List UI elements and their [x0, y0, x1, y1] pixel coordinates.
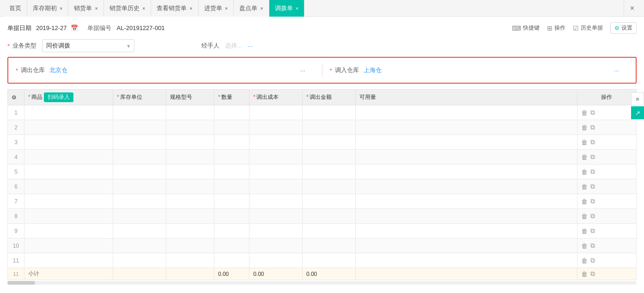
copy-icon[interactable]: ⧉ — [590, 227, 595, 235]
tab-sales-history[interactable]: 销货单历史 × — [104, 0, 151, 17]
cell-unit[interactable] — [113, 253, 166, 268]
delete-icon[interactable]: 🗑 — [581, 109, 588, 116]
cell-cost[interactable] — [249, 120, 303, 135]
cell-qty[interactable] — [214, 150, 249, 165]
tab-purchase-close[interactable]: × — [225, 6, 228, 11]
settings-button[interactable]: ⚙ 设置 — [610, 22, 637, 34]
cell-spec[interactable] — [166, 150, 214, 165]
cell-amount[interactable] — [302, 238, 355, 253]
history-button[interactable]: ☑ 历史单据 — [573, 24, 603, 32]
tab-inventory-init[interactable]: 库存期初 × — [27, 0, 68, 17]
tab-sales-history-close[interactable]: × — [142, 6, 145, 11]
cell-cost[interactable] — [249, 179, 303, 194]
cell-available[interactable] — [355, 105, 577, 120]
cell-amount[interactable] — [302, 150, 355, 165]
cell-unit[interactable] — [113, 135, 166, 150]
cell-spec[interactable] — [166, 179, 214, 194]
cell-available[interactable] — [355, 179, 577, 194]
cell-unit[interactable] — [113, 105, 166, 120]
target-warehouse-value[interactable]: 上海仓 — [364, 66, 382, 74]
cell-spec[interactable] — [166, 105, 214, 120]
cell-cost[interactable] — [249, 135, 303, 150]
tab-home[interactable]: 首页 — [4, 0, 27, 17]
cell-available[interactable] — [355, 253, 577, 268]
delete-icon[interactable]: 🗑 — [581, 168, 588, 176]
cell-available[interactable] — [355, 209, 577, 224]
cell-available[interactable] — [355, 150, 577, 165]
delete-icon[interactable]: 🗑 — [581, 139, 588, 146]
delete-icon[interactable]: 🗑 — [581, 153, 588, 161]
delete-icon[interactable]: 🗑 — [581, 257, 588, 264]
footer-copy-icon[interactable]: ⧉ — [590, 270, 595, 278]
cell-amount[interactable] — [302, 179, 355, 194]
target-warehouse-more-icon[interactable]: ··· — [614, 67, 628, 74]
delete-icon[interactable]: 🗑 — [581, 227, 588, 235]
tab-purchase[interactable]: 进货单 × — [199, 0, 234, 17]
cell-cost[interactable] — [249, 150, 303, 165]
cell-spec[interactable] — [166, 224, 214, 238]
cell-amount[interactable] — [302, 105, 355, 120]
cell-product[interactable] — [24, 165, 113, 179]
cell-product[interactable] — [24, 224, 113, 238]
source-warehouse-more-icon[interactable]: ··· — [300, 67, 315, 74]
copy-icon[interactable]: ⧉ — [590, 242, 595, 250]
scan-button[interactable]: 扫码录入 — [44, 92, 73, 102]
col-gear[interactable]: ⚙ — [8, 90, 24, 105]
delete-icon[interactable]: 🗑 — [581, 183, 588, 190]
calendar-icon[interactable]: 📅 — [71, 24, 78, 31]
biz-type-select[interactable]: 同价调拨 ▾ — [42, 39, 134, 52]
cell-unit[interactable] — [113, 179, 166, 194]
cell-amount[interactable] — [302, 224, 355, 238]
cell-product[interactable] — [24, 150, 113, 165]
delete-icon[interactable]: 🗑 — [581, 242, 588, 250]
cell-available[interactable] — [355, 224, 577, 238]
cell-unit[interactable] — [113, 194, 166, 209]
cell-qty[interactable] — [214, 194, 249, 209]
cell-qty[interactable] — [214, 209, 249, 224]
cell-product[interactable] — [24, 135, 113, 150]
cell-qty[interactable] — [214, 135, 249, 150]
copy-icon[interactable]: ⧉ — [590, 212, 595, 220]
copy-icon[interactable]: ⧉ — [590, 183, 595, 190]
float-list-icon[interactable]: ≡ — [631, 92, 644, 105]
tab-transfer-close[interactable]: × — [296, 6, 298, 11]
scrollbar-thumb[interactable] — [7, 281, 35, 285]
cell-unit[interactable] — [113, 165, 166, 179]
cell-qty[interactable] — [214, 120, 249, 135]
cell-amount[interactable] — [302, 165, 355, 179]
copy-icon[interactable]: ⧉ — [590, 138, 595, 146]
tab-view-sales-close[interactable]: × — [189, 6, 192, 11]
cell-available[interactable] — [355, 194, 577, 209]
cell-cost[interactable] — [249, 194, 303, 209]
horizontal-scrollbar[interactable] — [7, 281, 637, 285]
tab-inventory-check[interactable]: 盘点单 × — [234, 0, 269, 17]
cell-qty[interactable] — [214, 253, 249, 268]
copy-icon[interactable]: ⧉ — [590, 256, 595, 264]
cell-cost[interactable] — [249, 209, 303, 224]
cell-product[interactable] — [24, 120, 113, 135]
cell-available[interactable] — [355, 238, 577, 253]
cell-product[interactable] — [24, 105, 113, 120]
cell-cost[interactable] — [249, 165, 303, 179]
tab-inventory-init-close[interactable]: × — [60, 6, 62, 11]
cell-unit[interactable] — [113, 150, 166, 165]
cell-amount[interactable] — [302, 209, 355, 224]
cell-spec[interactable] — [166, 120, 214, 135]
cell-qty[interactable] — [214, 224, 249, 238]
cell-available[interactable] — [355, 135, 577, 150]
tab-view-sales[interactable]: 查看销货单 × — [151, 0, 198, 17]
copy-icon[interactable]: ⧉ — [590, 168, 595, 176]
source-warehouse-value[interactable]: 北京仓 — [49, 66, 67, 74]
tab-inventory-check-close[interactable]: × — [260, 6, 263, 11]
cell-spec[interactable] — [166, 165, 214, 179]
shortcuts-button[interactable]: ⌨ 快捷键 — [512, 24, 540, 32]
cell-spec[interactable] — [166, 209, 214, 224]
cell-qty[interactable] — [214, 165, 249, 179]
copy-icon[interactable]: ⧉ — [590, 153, 595, 161]
copy-icon[interactable]: ⧉ — [590, 123, 595, 131]
window-close-button[interactable]: × — [624, 0, 640, 17]
delete-icon[interactable]: 🗑 — [581, 198, 588, 205]
footer-delete-icon[interactable]: 🗑 — [581, 270, 588, 278]
tab-sales-order[interactable]: 销货单 × — [68, 0, 103, 17]
cell-product[interactable] — [24, 209, 113, 224]
